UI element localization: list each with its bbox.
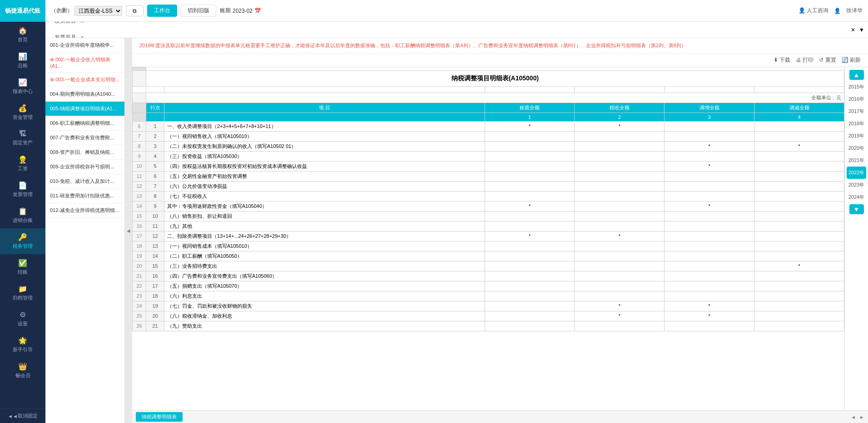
cell-value[interactable]: * [575,311,665,321]
cell-value[interactable] [485,141,575,151]
cell-value[interactable]: * [575,231,665,241]
download-btn[interactable]: ⬇ 下载 [774,56,790,64]
cell-value[interactable] [575,141,665,151]
bottom-tab[interactable]: 纳税调整明细表 [136,412,183,422]
cell-value[interactable] [754,301,844,311]
cell-value[interactable]: * [754,141,844,151]
cell-value[interactable] [485,191,575,201]
reset-btn[interactable]: ↺ 重置 [819,56,836,64]
cell-value[interactable] [665,321,754,331]
cell-value[interactable] [575,281,665,291]
sidebar-item-salary[interactable]: 👷工资 [0,151,45,177]
refresh-btn[interactable]: 🔄 刷新 [842,56,861,64]
sidebar-item-archive[interactable]: 📁归档管理 [0,280,45,306]
cell-value[interactable] [754,271,844,281]
cell-value[interactable] [665,181,754,191]
cell-value[interactable] [754,181,844,191]
left-panel-item-7[interactable]: 008-资产折旧、摊销及纳税... [45,145,124,160]
tab-4[interactable]: 发票算算✕ [49,22,101,30]
cell-value[interactable]: * [575,301,665,311]
cell-value[interactable] [754,161,844,171]
cell-value[interactable] [754,231,844,241]
cell-value[interactable] [485,251,575,261]
scroll-right-btn[interactable]: ► [859,414,864,420]
year-item-2017年[interactable]: 2017年 [847,105,866,118]
left-panel-item-2[interactable]: ⊗ 003-一般企业成本支出明细... [45,73,124,87]
cell-value[interactable] [575,161,665,171]
year-item-2021年[interactable]: 2021年 [847,154,866,167]
cell-value[interactable] [754,281,844,291]
left-panel-item-11[interactable]: 012-减免企业所得税优惠明细... [45,203,124,218]
year-item-2016年[interactable]: 2016年 [847,93,866,105]
workbench-btn[interactable]: 工作台 [147,5,177,17]
sidebar-item-ledger[interactable]: 📊总账 [0,48,45,74]
cell-value[interactable] [665,191,754,201]
unpin-button[interactable]: ◄◄ 取消固定 [0,408,45,423]
sidebar-item-home[interactable]: 🏠首页 [0,22,45,48]
cell-value[interactable] [665,251,754,261]
cell-value[interactable] [754,201,844,211]
cell-value[interactable] [485,211,575,221]
scroll-left-btn[interactable]: ◄ [851,414,856,420]
cell-value[interactable] [575,291,665,301]
close-all-icon[interactable]: ✕ [851,27,855,33]
cell-value[interactable] [485,161,575,171]
cell-value[interactable] [754,191,844,201]
cell-value[interactable]: * [665,161,754,171]
left-panel-item-3[interactable]: 004-期间费用明细表(A1040... [45,87,124,102]
sidebar-item-report[interactable]: 📈报表中心 [0,74,45,99]
year-item-2022年[interactable]: 2022年 [847,167,866,179]
cell-value[interactable] [575,321,665,331]
sidebar-item-member[interactable]: 👑畅会员 [0,358,45,384]
cell-value[interactable] [485,321,575,331]
cell-value[interactable] [754,221,844,231]
year-item-2015年[interactable]: 2015年 [847,81,866,93]
year-item-2024年[interactable]: 2024年 [847,191,866,203]
company-select[interactable]: 江西股金-LSS [74,6,122,16]
cell-value[interactable]: * [665,201,754,211]
cell-value[interactable] [754,131,844,141]
cell-value[interactable] [754,291,844,301]
year-item-2018年[interactable]: 2018年 [847,118,866,130]
cell-value[interactable]: * [665,141,754,151]
cell-value[interactable] [665,271,754,281]
cell-value[interactable] [665,171,754,181]
sidebar-item-guide[interactable]: 🌟新手引导 [0,332,45,358]
cell-value[interactable] [485,171,575,181]
cell-value[interactable] [754,151,844,161]
cell-value[interactable] [665,151,754,161]
cell-value[interactable] [575,211,665,221]
cell-value[interactable] [575,251,665,261]
sidebar-item-tax[interactable]: 🔑税务管理 [0,228,45,254]
left-panel-item-8[interactable]: 009-企业所得税弥补亏损明... [45,160,124,174]
cell-value[interactable] [575,271,665,281]
cell-value[interactable] [754,251,844,261]
sidebar-item-fund[interactable]: 💰资金管理 [0,99,45,125]
user-avatar[interactable]: 👤 [834,8,841,14]
cell-value[interactable] [575,261,665,271]
sidebar-item-close[interactable]: ✅结账 [0,254,45,280]
tab-close-4[interactable]: ✕ [80,22,84,25]
cell-value[interactable]: * [575,121,665,131]
user-name[interactable]: 徐泽华 [846,7,863,15]
cell-value[interactable] [485,281,575,291]
cell-value[interactable] [665,241,754,251]
cell-value[interactable] [665,211,754,221]
more-icon[interactable]: ▼ [859,27,864,33]
cell-value[interactable] [485,261,575,271]
left-panel-item-5[interactable]: 006-职工薪酬纳税调整明细... [45,116,124,131]
year-item-2020年[interactable]: 2020年 [847,142,866,154]
left-panel-item-4[interactable]: 005-纳税调整项目明细表(A1... [45,102,124,116]
cell-value[interactable]: * [485,201,575,211]
cell-value[interactable] [754,171,844,181]
cell-value[interactable]: * [665,301,754,311]
left-panel-item-0[interactable]: 001-企业所得税年度纳税申... [45,38,124,53]
left-panel-item-6[interactable]: 007-广告费和业务宣传费附... [45,131,124,145]
collapse-btn[interactable]: ◀ [125,38,132,423]
cell-value[interactable] [485,241,575,251]
cell-value[interactable] [575,181,665,191]
left-panel-item-10[interactable]: 011-研发费用加计扣除优惠... [45,189,124,203]
cell-value[interactable] [485,221,575,231]
sidebar-item-settings[interactable]: ⚙设置 [0,306,45,332]
cell-value[interactable] [485,311,575,321]
